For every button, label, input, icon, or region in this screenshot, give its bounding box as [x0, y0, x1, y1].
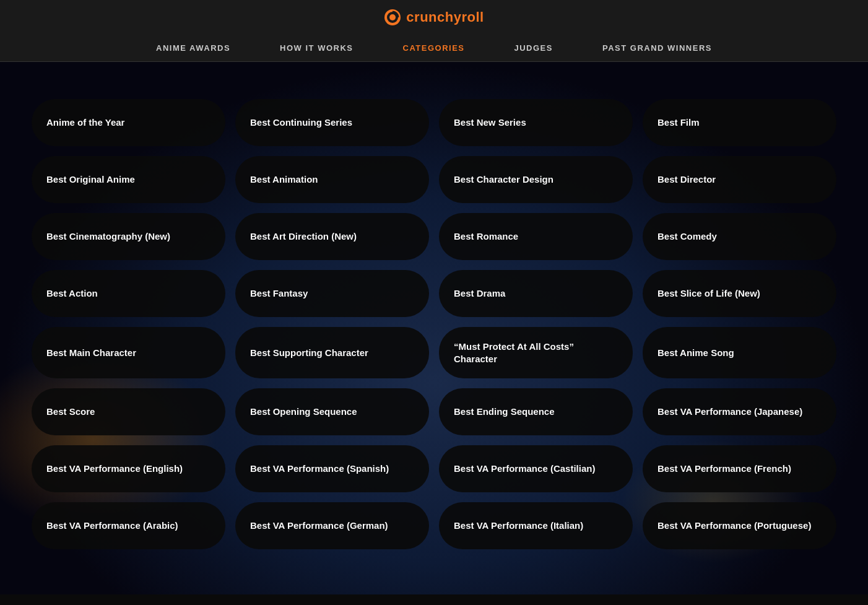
category-btn-best-fantasy[interactable]: Best Fantasy — [235, 270, 429, 317]
nav-item-categories[interactable]: CATEGORIES — [378, 35, 490, 61]
category-btn-best-art-direction-new[interactable]: Best Art Direction (New) — [235, 213, 429, 260]
crunchyroll-logo-icon — [384, 9, 401, 26]
category-btn-best-new-series[interactable]: Best New Series — [439, 99, 633, 146]
category-btn-best-main-character[interactable]: Best Main Character — [32, 327, 225, 378]
category-btn-best-director[interactable]: Best Director — [643, 156, 836, 203]
header: crunchyroll ANIME AWARDSHOW IT WORKSCATE… — [0, 0, 868, 62]
category-btn-best-score[interactable]: Best Score — [32, 388, 225, 435]
logo-area: crunchyroll — [384, 9, 484, 26]
main-nav: ANIME AWARDSHOW IT WORKSCATEGORIESJUDGES… — [0, 35, 868, 61]
category-btn-best-romance[interactable]: Best Romance — [439, 213, 633, 260]
nav-item-past-grand-winners[interactable]: PAST GRAND WINNERS — [578, 35, 737, 61]
category-btn-best-va-performance-japanese[interactable]: Best VA Performance (Japanese) — [643, 388, 836, 435]
category-btn-best-ending-sequence[interactable]: Best Ending Sequence — [439, 388, 633, 435]
category-btn-best-original-anime[interactable]: Best Original Anime — [32, 156, 225, 203]
main-content: Anime of the YearBest Continuing SeriesB… — [0, 62, 868, 594]
category-btn-best-character-design[interactable]: Best Character Design — [439, 156, 633, 203]
category-btn-best-va-performance-french[interactable]: Best VA Performance (French) — [643, 445, 836, 492]
category-btn-best-comedy[interactable]: Best Comedy — [643, 213, 836, 260]
category-btn-best-va-performance-castilian[interactable]: Best VA Performance (Castilian) — [439, 445, 633, 492]
logo-text: crunchyroll — [406, 9, 484, 25]
category-btn-best-va-performance-german[interactable]: Best VA Performance (German) — [235, 502, 429, 549]
category-btn-best-va-performance-arabic[interactable]: Best VA Performance (Arabic) — [32, 502, 225, 549]
category-btn-best-va-performance-english[interactable]: Best VA Performance (English) — [32, 445, 225, 492]
category-btn-best-va-performance-spanish[interactable]: Best VA Performance (Spanish) — [235, 445, 429, 492]
category-btn-best-film[interactable]: Best Film — [643, 99, 836, 146]
nav-item-how-it-works[interactable]: HOW IT WORKS — [255, 35, 378, 61]
category-btn-best-opening-sequence[interactable]: Best Opening Sequence — [235, 388, 429, 435]
nav-item-anime-awards[interactable]: ANIME AWARDS — [131, 35, 255, 61]
category-btn-must-protect-character[interactable]: “Must Protect At All Costs” Character — [439, 327, 633, 378]
category-btn-best-slice-of-life-new[interactable]: Best Slice of Life (New) — [643, 270, 836, 317]
category-btn-best-cinematography-new[interactable]: Best Cinematography (New) — [32, 213, 225, 260]
category-btn-best-animation[interactable]: Best Animation — [235, 156, 429, 203]
category-btn-best-drama[interactable]: Best Drama — [439, 270, 633, 317]
svg-point-2 — [389, 14, 396, 20]
nav-item-judges[interactable]: JUDGES — [490, 35, 578, 61]
categories-grid: Anime of the YearBest Continuing SeriesB… — [32, 99, 836, 549]
category-btn-best-continuing-series[interactable]: Best Continuing Series — [235, 99, 429, 146]
category-btn-best-action[interactable]: Best Action — [32, 270, 225, 317]
category-btn-best-supporting-character[interactable]: Best Supporting Character — [235, 327, 429, 378]
category-btn-anime-of-the-year[interactable]: Anime of the Year — [32, 99, 225, 146]
category-btn-best-va-performance-portuguese[interactable]: Best VA Performance (Portuguese) — [643, 502, 836, 549]
category-btn-best-anime-song[interactable]: Best Anime Song — [643, 327, 836, 378]
category-btn-best-va-performance-italian[interactable]: Best VA Performance (Italian) — [439, 502, 633, 549]
